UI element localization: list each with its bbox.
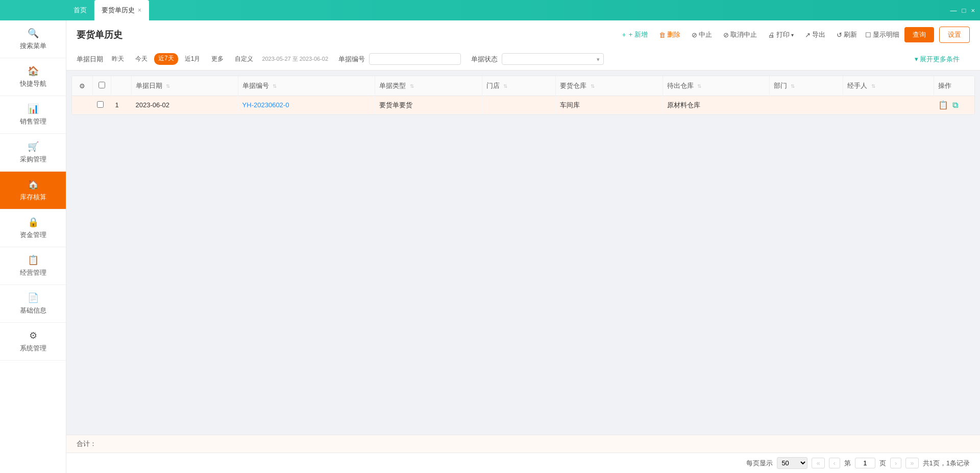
- sort-doc-number-icon: ⇅: [273, 83, 277, 89]
- new-button[interactable]: ＋ + 新增: [618, 28, 651, 41]
- col-settings[interactable]: ⚙: [72, 76, 92, 96]
- doc-number-link[interactable]: YH-20230602-0: [242, 101, 289, 109]
- stop-button[interactable]: ⊘ 中止: [689, 28, 715, 41]
- table-container: ⚙ 单据日期 ⇅ 单据编号 ⇅: [71, 76, 975, 115]
- table-area: ⚙ 单据日期 ⇅ 单据编号 ⇅: [66, 70, 980, 435]
- date-filter-group: 单据日期 昨天 今天 近7天 近1月 更多 自定义 2023-05-27 至 2…: [77, 53, 328, 65]
- sales-mgmt-icon: 📊: [28, 103, 39, 114]
- refresh-button[interactable]: ↺ 刷新: [834, 28, 860, 41]
- cancel-stop-button[interactable]: ⊘ 取消中止: [720, 28, 760, 41]
- sort-doc-type-icon: ⇅: [410, 83, 414, 89]
- page-label: 第: [844, 459, 851, 468]
- row-handler-cell: [843, 96, 934, 114]
- row-edit-icon[interactable]: 📋: [938, 100, 948, 110]
- col-doc-type[interactable]: 单据类型 ⇅: [375, 76, 482, 96]
- window-max-icon[interactable]: □: [962, 7, 966, 14]
- last-page-button[interactable]: »: [905, 458, 918, 468]
- col-doc-date[interactable]: 单据日期 ⇅: [131, 76, 238, 96]
- toolbar: ＋ + 新增 🗑 删除 ⊘ 中止 ⊘ 取消中止: [618, 27, 970, 43]
- row-index-cell: 1: [111, 96, 131, 114]
- sort-handler-icon: ⇅: [871, 83, 875, 89]
- doc-status-select[interactable]: [502, 53, 604, 65]
- tab-close-icon[interactable]: ×: [138, 7, 141, 14]
- window-close-icon[interactable]: ×: [971, 7, 975, 14]
- page-size-label: 每页显示: [746, 459, 773, 468]
- purchase-mgmt-icon: 🛒: [28, 141, 39, 152]
- date-filter-label: 单据日期: [77, 55, 103, 64]
- row-checkbox-cell[interactable]: [92, 96, 111, 114]
- table-header-row: ⚙ 单据日期 ⇅ 单据编号 ⇅: [72, 76, 974, 96]
- sort-department-icon: ⇅: [791, 83, 795, 89]
- sidebar-item-fund-mgmt[interactable]: 🔒 资金管理: [0, 209, 66, 247]
- expand-conditions-button[interactable]: ▾ 展开更多条件: [915, 55, 960, 64]
- prev-page-button[interactable]: ‹: [829, 458, 840, 468]
- expand-icon: ▾: [915, 55, 918, 63]
- window-min-icon[interactable]: —: [950, 7, 957, 14]
- stop-icon: ⊘: [692, 31, 697, 39]
- sidebar-item-basic-info[interactable]: 📄 基础信息: [0, 285, 66, 323]
- row-checkbox[interactable]: [97, 101, 104, 108]
- col-index: [111, 76, 131, 96]
- doc-status-filter-group: 单据状态: [471, 53, 604, 65]
- sidebar-item-sales-mgmt[interactable]: 📊 销售管理: [0, 96, 66, 134]
- sort-doc-date-icon: ⇅: [166, 83, 170, 89]
- col-department[interactable]: 部门 ⇅: [769, 76, 843, 96]
- row-store-cell: [482, 96, 556, 114]
- col-store[interactable]: 门店 ⇅: [482, 76, 556, 96]
- sort-pending-warehouse-icon: ⇅: [697, 83, 701, 89]
- col-handler[interactable]: 经手人 ⇅: [843, 76, 934, 96]
- sidebar-item-search-menu[interactable]: 🔍 搜索菜单: [0, 20, 66, 58]
- delete-button[interactable]: 🗑 删除: [656, 28, 683, 41]
- row-copy-icon[interactable]: ⧉: [952, 101, 958, 110]
- sort-req-warehouse-icon: ⇅: [591, 83, 595, 89]
- sidebar-item-inventory-calc[interactable]: 🏠 库存核算: [0, 172, 66, 209]
- row-doc-date-cell: 2023-06-02: [131, 96, 238, 114]
- new-icon: ＋: [621, 30, 627, 39]
- tab-home[interactable]: 首页: [66, 0, 94, 20]
- date-btn-yesterday[interactable]: 昨天: [107, 53, 129, 65]
- cancel-stop-icon: ⊘: [723, 31, 729, 39]
- show-detail-checkbox-icon: ☐: [865, 31, 871, 39]
- search-menu-icon: 🔍: [28, 28, 39, 39]
- next-page-button[interactable]: ›: [890, 458, 901, 468]
- pagination-bar: 每页显示 50 10 20 100 « ‹ 第 页 › » 共1页，1条记录: [66, 453, 980, 473]
- footer-summary: 合计：: [66, 435, 980, 453]
- basic-info-icon: 📄: [28, 292, 39, 303]
- sidebar-item-ops-mgmt[interactable]: 📋 经营管理: [0, 247, 66, 285]
- date-btn-more[interactable]: 更多: [207, 53, 228, 65]
- data-table: ⚙ 单据日期 ⇅ 单据编号 ⇅: [72, 76, 974, 114]
- page-number-input[interactable]: [855, 458, 875, 468]
- row-settings-cell: [72, 96, 92, 114]
- table-row: 1 2023-06-02 YH-20230602-0 要货单要货 车间库 原材料…: [72, 96, 974, 114]
- summary-label: 合计：: [77, 440, 96, 447]
- col-req-warehouse[interactable]: 要货仓库 ⇅: [556, 76, 663, 96]
- sidebar-item-purchase-mgmt[interactable]: 🛒 采购管理: [0, 134, 66, 172]
- date-btn-7days[interactable]: 近7天: [154, 53, 178, 65]
- page-size-select[interactable]: 50 10 20 100: [777, 457, 807, 469]
- print-button[interactable]: 🖨 打印 ▾: [765, 28, 797, 41]
- select-all-checkbox[interactable]: [99, 82, 105, 88]
- sort-store-icon: ⇅: [503, 83, 507, 89]
- col-pending-warehouse[interactable]: 待出仓库 ⇅: [663, 76, 769, 96]
- settings-button[interactable]: 设置: [939, 27, 970, 43]
- show-detail-button[interactable]: ☐ 显示明细: [865, 30, 899, 39]
- sidebar-item-quick-nav[interactable]: 🏠 快捷导航: [0, 58, 66, 96]
- export-button[interactable]: ↗ 导出: [802, 28, 828, 41]
- sys-mgmt-icon: ⚙: [29, 330, 37, 341]
- query-button[interactable]: 查询: [904, 27, 934, 42]
- main-layout: 🔍 搜索菜单 🏠 快捷导航 📊 销售管理 🛒 采购管理 🏠 库存核算 🔒 资金管…: [0, 20, 980, 473]
- sidebar-item-sys-mgmt[interactable]: ⚙ 系统管理: [0, 323, 66, 361]
- first-page-button[interactable]: «: [812, 458, 824, 468]
- date-btn-1month[interactable]: 近1月: [180, 53, 205, 65]
- col-checkbox[interactable]: [92, 76, 111, 96]
- filter-row: 单据日期 昨天 今天 近7天 近1月 更多 自定义 2023-05-27 至 2…: [77, 48, 970, 70]
- tab-requisition-history[interactable]: 要货单历史 ×: [94, 0, 149, 20]
- date-btn-custom[interactable]: 自定义: [230, 53, 258, 65]
- col-doc-number[interactable]: 单据编号 ⇅: [238, 76, 375, 96]
- doc-number-input[interactable]: [369, 53, 461, 65]
- row-doc-number-cell[interactable]: YH-20230602-0: [238, 96, 375, 114]
- content-area: 要货单历史 ＋ + 新增 🗑 删除 ⊘ 中止 ⊘: [66, 20, 980, 473]
- page-suffix: 页: [879, 459, 886, 468]
- row-req-warehouse-cell: 车间库: [556, 96, 663, 114]
- date-btn-today[interactable]: 今天: [131, 53, 152, 65]
